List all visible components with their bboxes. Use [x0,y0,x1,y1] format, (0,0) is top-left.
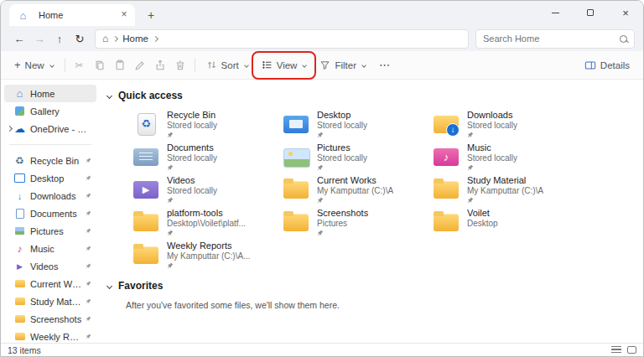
filter-button[interactable]: Filter [313,54,372,76]
collapse-chevron-icon [106,92,112,98]
quick-access-header[interactable]: Quick access [107,88,643,103]
item-name: Weekly Reports [167,241,250,251]
address-bar[interactable]: ⌂ Home [95,29,469,49]
thumbnail-view-icon[interactable] [627,346,636,354]
sidebar-item[interactable]: Documents [4,204,96,222]
sidebar-item[interactable]: Screenshots [4,310,96,328]
sidebar-item[interactable]: Home [4,85,96,102]
trash-icon [174,60,186,71]
item-location: Stored locally [467,121,517,131]
chevron-down-icon [244,63,249,68]
quick-access-item[interactable]: Pictures Stored locally [282,142,432,172]
documents-icon [132,142,160,169]
cut-button[interactable]: ✂ [70,54,90,76]
item-label: Desktop [30,173,82,184]
favorites-header[interactable]: Favorites [107,278,643,293]
quick-access-item[interactable]: Videos Stored locally [132,175,282,204]
paste-icon [114,60,126,71]
pin-icon [317,132,324,138]
quick-access-item[interactable]: Documents Stored locally [132,142,282,172]
pictures-icon [13,225,26,237]
view-button[interactable]: View [255,54,314,76]
item-location: Desktop\Voilet\platf... [167,219,246,229]
quick-access-item[interactable]: Recycle Bin Stored locally [132,110,282,139]
folder-icon [432,175,460,202]
videos-icon [13,261,26,272]
tab-close-icon[interactable]: × [117,8,131,22]
search-box[interactable] [475,29,635,49]
search-input[interactable] [483,34,620,44]
back-button[interactable]: ← [9,33,29,45]
item-location: My Kamputtar (C:)\A... [167,251,250,261]
details-view-icon[interactable] [611,346,621,354]
sidebar-item[interactable]: Study Material [4,292,96,310]
rename-button[interactable] [130,54,150,76]
quick-access-item[interactable]: platform-tools Desktop\Voilet\platf... [132,208,282,237]
file-explorer-window: Home × + × ← → ↑ ↻ ⌂ Home + New [0,0,644,357]
item-label: Recycle Bin [30,156,82,166]
breadcrumb-home[interactable]: Home [122,34,148,44]
music-icon [432,142,460,169]
new-tab-button[interactable]: + [143,8,158,22]
maximize-button[interactable] [573,1,608,24]
item-name: Study Material [467,175,543,186]
sidebar-item[interactable]: Recycle Bin [4,152,96,169]
chevron-down-icon [303,63,308,68]
breadcrumb-home-icon[interactable]: ⌂ [102,33,108,44]
item-info: Downloads Stored locally [467,110,517,138]
tab-title: Home [39,10,63,20]
forward-button[interactable]: → [29,33,49,45]
new-button[interactable]: + New [8,54,60,76]
close-button[interactable]: × [608,1,643,24]
pin-icon [86,281,91,287]
copy-button[interactable] [90,54,110,76]
sidebar-item[interactable]: Gallery [4,102,96,120]
pin-icon [167,197,174,204]
downloads-icon [432,110,460,137]
share-button[interactable] [150,54,170,76]
copy-icon [94,60,106,71]
pin-icon [86,228,91,234]
sidebar-item[interactable]: Downloads [4,187,96,204]
quick-access-item[interactable]: Weekly Reports My Kamputtar (C:)\A... [132,241,282,270]
sidebar-item[interactable]: Weekly Reports [4,328,96,343]
up-button[interactable]: ↑ [49,33,70,45]
quick-access-item[interactable]: Desktop Stored locally [282,110,432,139]
folder-icon [282,175,310,202]
quick-access-item[interactable]: Music Stored locally [432,142,582,172]
quick-access-item[interactable]: Current Works My Kamputtar (C:)\A [282,175,432,204]
item-info: Weekly Reports My Kamputtar (C:)\A... [167,241,250,269]
minimize-button[interactable] [538,1,573,24]
navigation-bar: ← → ↑ ↻ ⌂ Home [1,26,643,51]
item-location: My Kamputtar (C:)\A [467,186,543,196]
tab-home[interactable]: Home × [9,4,135,26]
recycle-icon [132,110,160,137]
sidebar-item[interactable]: Music [4,240,96,257]
refresh-button[interactable]: ↻ [70,33,90,45]
desktop-icon [282,110,310,137]
sidebar-item[interactable]: Current Works [4,275,96,292]
item-info: Videos Stored locally [167,175,217,204]
item-label: OneDrive - Personal [30,124,91,134]
sort-button[interactable]: Sort [200,54,255,76]
sidebar-item[interactable]: Videos [4,257,96,275]
folder-icon [432,208,460,235]
pictures-icon [282,142,310,169]
quick-access-item[interactable]: Study Material My Kamputtar (C:)\A [432,175,582,204]
folder-icon [132,241,160,267]
expand-chevron-icon[interactable] [7,126,13,132]
plus-icon: + [14,59,21,71]
quick-access-item[interactable]: Voilet Desktop [432,208,582,237]
quick-access-item[interactable]: Screenshots Pictures [282,208,432,237]
more-options-button[interactable]: ⋯ [372,59,397,71]
paste-button[interactable] [110,54,130,76]
pin-icon [317,197,324,204]
quick-access-item[interactable]: Downloads Stored locally [432,110,582,139]
delete-button[interactable] [170,54,190,76]
sidebar-item[interactable]: Pictures [4,222,96,240]
sidebar-item[interactable]: Desktop [4,169,96,187]
details-button[interactable]: Details [578,54,636,76]
item-label: Downloads [30,191,82,201]
sidebar-item[interactable]: OneDrive - Personal [4,120,96,137]
pin-icon [317,164,324,171]
